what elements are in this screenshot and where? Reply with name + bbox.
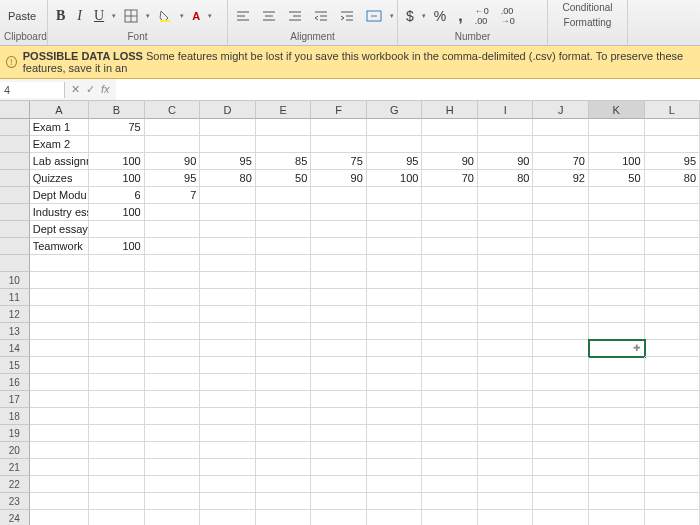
cell[interactable] — [589, 136, 645, 153]
cell[interactable] — [478, 272, 534, 289]
underline-button[interactable]: U — [90, 6, 108, 26]
increase-decimal-button[interactable]: ←0.00 — [471, 4, 493, 28]
row-header[interactable] — [0, 170, 30, 187]
cell[interactable] — [256, 323, 312, 340]
fx-icon[interactable]: fx — [101, 83, 110, 96]
cell[interactable] — [311, 340, 367, 357]
cell[interactable] — [145, 510, 201, 525]
row-header[interactable]: 14 — [0, 340, 30, 357]
cell[interactable] — [30, 476, 89, 493]
cell[interactable] — [422, 391, 478, 408]
cell[interactable] — [145, 493, 201, 510]
cell[interactable] — [311, 289, 367, 306]
align-left-button[interactable] — [232, 8, 254, 24]
cell[interactable] — [89, 374, 145, 391]
cell[interactable] — [645, 306, 700, 323]
cell[interactable] — [200, 357, 256, 374]
cell[interactable] — [589, 459, 645, 476]
cell[interactable] — [478, 306, 534, 323]
cell[interactable] — [645, 493, 700, 510]
cell[interactable] — [533, 187, 589, 204]
cell[interactable] — [533, 289, 589, 306]
cell[interactable] — [589, 391, 645, 408]
cell[interactable] — [589, 323, 645, 340]
cell[interactable] — [145, 119, 201, 136]
cell[interactable] — [200, 289, 256, 306]
cell[interactable] — [145, 408, 201, 425]
cell[interactable] — [367, 459, 423, 476]
cell[interactable] — [145, 391, 201, 408]
cell[interactable] — [478, 238, 534, 255]
cell[interactable] — [311, 204, 367, 221]
cancel-icon[interactable]: ✕ — [71, 83, 80, 96]
cell[interactable] — [30, 442, 89, 459]
cell[interactable]: 95 — [367, 153, 423, 170]
cell[interactable]: 75 — [311, 153, 367, 170]
cell[interactable] — [145, 289, 201, 306]
cell[interactable] — [30, 459, 89, 476]
grid[interactable]: Exam 175Exam 2Lab assignm100909585759590… — [0, 119, 700, 525]
cell[interactable] — [533, 493, 589, 510]
cell[interactable]: Dept Modu — [30, 187, 89, 204]
cell[interactable] — [30, 391, 89, 408]
chevron-down-icon[interactable]: ▾ — [422, 12, 426, 20]
cell[interactable] — [422, 374, 478, 391]
cell[interactable] — [89, 136, 145, 153]
cell[interactable] — [200, 442, 256, 459]
cell[interactable] — [367, 391, 423, 408]
cell[interactable] — [367, 221, 423, 238]
cell[interactable] — [478, 323, 534, 340]
row-header[interactable] — [0, 187, 30, 204]
cell[interactable] — [645, 340, 700, 357]
cell[interactable]: 100 — [89, 170, 145, 187]
cell[interactable] — [30, 425, 89, 442]
col-header-H[interactable]: H — [422, 101, 478, 119]
cell[interactable] — [30, 289, 89, 306]
cell[interactable] — [422, 119, 478, 136]
cell[interactable] — [200, 476, 256, 493]
cell[interactable] — [645, 459, 700, 476]
cell[interactable] — [145, 357, 201, 374]
row-header[interactable]: 11 — [0, 289, 30, 306]
cell[interactable] — [589, 289, 645, 306]
cell[interactable] — [30, 374, 89, 391]
cell[interactable] — [589, 204, 645, 221]
chevron-down-icon[interactable]: ▾ — [112, 12, 116, 20]
cell[interactable] — [645, 442, 700, 459]
cell[interactable] — [645, 510, 700, 525]
cell[interactable] — [478, 221, 534, 238]
cell[interactable]: 95 — [645, 153, 700, 170]
cell[interactable] — [367, 340, 423, 357]
cell[interactable] — [422, 272, 478, 289]
cell[interactable] — [533, 442, 589, 459]
cell[interactable]: 80 — [645, 170, 700, 187]
cell[interactable] — [367, 255, 423, 272]
cell[interactable] — [533, 459, 589, 476]
cell[interactable] — [533, 238, 589, 255]
col-header-L[interactable]: L — [645, 101, 700, 119]
cell[interactable] — [30, 323, 89, 340]
cell[interactable] — [89, 255, 145, 272]
cell[interactable] — [589, 493, 645, 510]
cell[interactable]: Lab assignm — [30, 153, 89, 170]
cell[interactable] — [89, 272, 145, 289]
cell[interactable] — [200, 425, 256, 442]
cell[interactable] — [533, 204, 589, 221]
cell[interactable] — [645, 204, 700, 221]
cell[interactable] — [200, 340, 256, 357]
cell[interactable] — [533, 119, 589, 136]
cell[interactable] — [533, 391, 589, 408]
cell[interactable] — [89, 340, 145, 357]
cell[interactable] — [256, 510, 312, 525]
cell[interactable] — [30, 510, 89, 525]
cell[interactable]: 100 — [367, 170, 423, 187]
row-header[interactable]: 21 — [0, 459, 30, 476]
cell[interactable] — [533, 136, 589, 153]
cell[interactable] — [200, 238, 256, 255]
cell[interactable]: ✚ — [589, 340, 645, 357]
cell[interactable] — [645, 272, 700, 289]
conditional-formatting-button[interactable]: Conditional — [562, 2, 612, 13]
cell[interactable] — [367, 238, 423, 255]
cell[interactable] — [256, 459, 312, 476]
row-header[interactable] — [0, 153, 30, 170]
